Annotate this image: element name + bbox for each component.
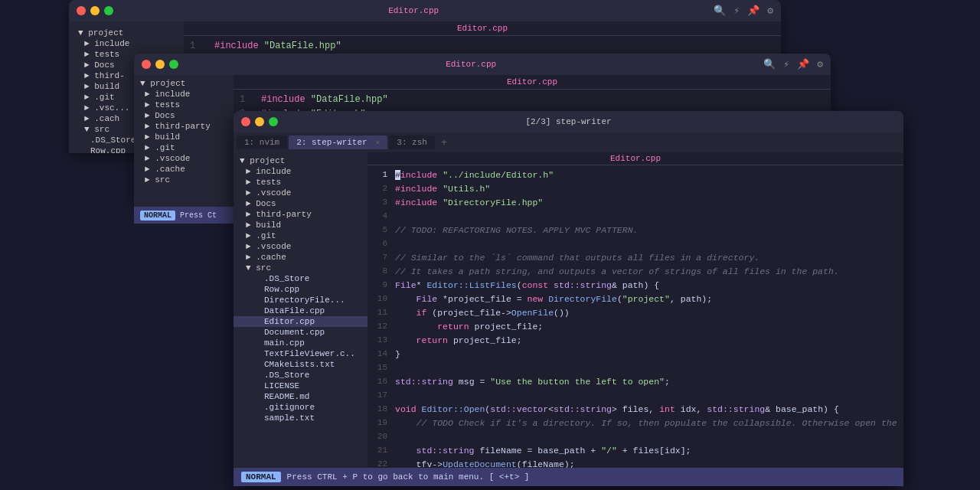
close-button-main[interactable] (241, 117, 250, 126)
editor-title-main: Editor.cpp (368, 152, 903, 165)
line-num-12: 12 (368, 320, 395, 334)
gear-icon[interactable]: ⚙ (767, 5, 773, 17)
main-body: ▼ project ► include ► tests ► .vscode ► … (234, 152, 903, 468)
sm-vscode2[interactable]: ► .vscode (234, 241, 368, 252)
code-line-10: 10 File *project_file = new DirectoryFil… (368, 292, 903, 306)
sm-docs[interactable]: ► Docs (234, 198, 368, 209)
tab-nvim[interactable]: 1: nvim (237, 136, 287, 149)
sm-src[interactable]: ▼ src (234, 263, 368, 273)
sm-document[interactable]: Document.cpp (234, 327, 368, 338)
code-line-20: 20 (368, 430, 903, 444)
sm-project[interactable]: ▼ project (234, 155, 368, 166)
wm-docs[interactable]: ► Docs (134, 110, 234, 121)
code-line-7: 7 // Similar to the `ls` command that ou… (368, 251, 903, 265)
sm-license[interactable]: LICENSE (234, 381, 368, 391)
pin-icon-mid[interactable]: 📌 (797, 58, 809, 70)
wm-tests[interactable]: ► tests (134, 100, 234, 110)
sm-rowcpp[interactable]: Row.cpp (234, 284, 368, 295)
statusbar-main: NORMAL Press CTRL + P to go back to main… (234, 468, 903, 486)
sidebar-main: ▼ project ► include ► tests ► .vscode ► … (234, 152, 368, 468)
line-num-11: 11 (368, 306, 395, 320)
search-icon[interactable]: 🔍 (714, 5, 726, 17)
sidebar-include[interactable]: ► include (69, 38, 184, 49)
line-num-15: 15 (368, 361, 395, 375)
sm-ds1[interactable]: .DS_Store (234, 273, 368, 284)
search-icon-mid[interactable]: 🔍 (763, 58, 776, 70)
sm-datafile[interactable]: DataFile.cpp (234, 305, 368, 316)
bolt-icon-mid[interactable]: ⚡ (783, 58, 789, 70)
code-text-19: // TODO Check if it's a directory. If so… (395, 416, 903, 430)
code-line-11: 11 if (project_file->OpenFile()) (368, 306, 903, 320)
sm-third[interactable]: ► third-party (234, 209, 368, 220)
sm-dirfile[interactable]: DirectoryFile... (234, 295, 368, 305)
sm-maincpp[interactable]: main.cpp (234, 338, 368, 348)
code-line-3: 3 #include "DirectoryFile.hpp" (368, 196, 903, 210)
wm-third[interactable]: ► third-party (134, 121, 234, 132)
gear-icon-mid[interactable]: ⚙ (817, 58, 823, 70)
sm-readme[interactable]: README.md (234, 391, 368, 402)
wm-include[interactable]: ► include (134, 89, 234, 100)
sm-cmake[interactable]: CMakeLists.txt (234, 359, 368, 370)
code-line-5: 5 // TODO: REFACTORING NOTES. APPLY MVC … (368, 224, 903, 237)
sm-tests[interactable]: ► tests (234, 177, 368, 188)
sm-cache[interactable]: ► .cache (234, 252, 368, 263)
minimize-button-main[interactable] (255, 117, 264, 126)
code-text-14: } (395, 348, 400, 361)
code-text-2: #include "Utils.h" (395, 182, 490, 196)
tab-zsh[interactable]: 3: zsh (389, 136, 435, 149)
code-line-4: 4 (368, 210, 903, 224)
wm-build[interactable]: ► build (134, 132, 234, 142)
maximize-button-mid[interactable] (169, 60, 178, 69)
minimize-button-back[interactable] (90, 6, 100, 15)
titlebar-main: [2/3] step-writer (234, 111, 903, 132)
maximize-button-main[interactable] (269, 117, 278, 126)
wm-src[interactable]: ► src (134, 175, 234, 185)
line-num-13: 13 (368, 334, 395, 348)
tab-step-writer[interactable]: 2: step-writer ✕ (289, 136, 387, 149)
minimize-button-mid[interactable] (155, 60, 165, 69)
line-num-3: 3 (368, 196, 395, 210)
sm-vscode1[interactable]: ► .vscode (234, 188, 368, 198)
editor-title-back: Editor.cpp (184, 21, 781, 36)
wm-project[interactable]: ▼ project (134, 78, 234, 89)
maximize-button-back[interactable] (104, 6, 113, 15)
sm-gitignore[interactable]: .gitignore (234, 402, 368, 413)
sm-build[interactable]: ► build (234, 220, 368, 230)
tab-bar-main: 1: nvim 2: step-writer ✕ 3: zsh + (234, 132, 903, 152)
line-num-2: 2 (368, 182, 395, 196)
close-tab-icon[interactable]: ✕ (375, 139, 380, 147)
wm-cache[interactable]: ► .cache (134, 164, 234, 175)
wm-git[interactable]: ► .git (134, 142, 234, 153)
sm-editorcpp[interactable]: Editor.cpp (234, 316, 368, 327)
sidebar-project[interactable]: ▼ project (69, 28, 184, 38)
status-text-main: Press CTRL + P to go back to main menu. … (287, 472, 530, 482)
code-line-6: 6 (368, 237, 903, 251)
sm-textviewer[interactable]: TextFileViewer.c.. (234, 348, 368, 359)
window-title-back: Editor.cpp (118, 6, 709, 15)
code-text-16: std::string msg = "Use the button the le… (395, 375, 670, 389)
mode-badge-mid: NORMAL (140, 211, 175, 220)
line-num-4: 4 (368, 210, 395, 224)
code-area-main[interactable]: 1 #include "../include/Editor.h" 2 #incl… (368, 165, 903, 468)
code-line-16: 16 std::string msg = "Use the button the… (368, 375, 903, 389)
close-button-mid[interactable] (142, 60, 151, 69)
code-text-1: #include "../include/Editor.h" (395, 168, 554, 182)
sm-git[interactable]: ► .git (234, 230, 368, 241)
wm-vscode[interactable]: ► .vscode (134, 153, 234, 164)
sm-include[interactable]: ► include (234, 166, 368, 177)
line-num-16: 16 (368, 375, 395, 389)
line-num-20: 20 (368, 430, 395, 444)
mode-badge-main: NORMAL (241, 472, 281, 482)
sm-sample[interactable]: sample.txt (234, 413, 368, 423)
add-tab-button[interactable]: + (436, 136, 452, 150)
close-button-back[interactable] (77, 6, 86, 15)
code-line-22: 22 tfv->UpdateDocument(fileName); (368, 458, 903, 468)
code-text-11: if (project_file->OpenFile()) (395, 306, 570, 320)
code-text-13: return project_file; (395, 334, 522, 348)
code-text-22: tfv->UpdateDocument(fileName); (395, 458, 575, 468)
pin-icon[interactable]: 📌 (747, 5, 760, 17)
sm-ds2[interactable]: .DS_Store (234, 370, 368, 381)
bolt-icon[interactable]: ⚡ (733, 5, 740, 17)
line-num-9: 9 (368, 279, 395, 292)
code-line-13: 13 return project_file; (368, 334, 903, 348)
